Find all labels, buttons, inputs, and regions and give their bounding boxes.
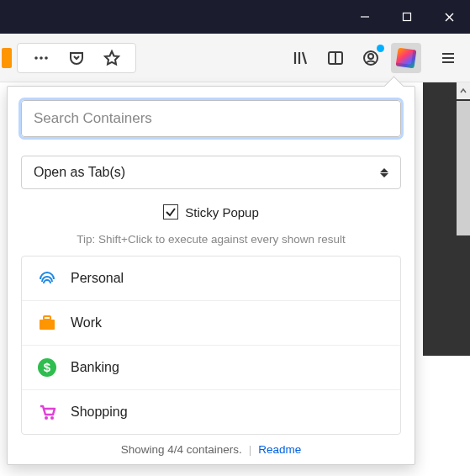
notification-dot-icon	[377, 45, 384, 52]
briefcase-icon	[37, 313, 57, 333]
svg-point-4	[34, 56, 38, 60]
select-arrows-icon	[380, 168, 388, 177]
svg-point-14	[368, 54, 373, 59]
window-close-button[interactable]	[428, 0, 470, 34]
open-mode-label: Open as Tab(s)	[34, 165, 125, 180]
chevron-up-icon	[459, 87, 467, 95]
library-button[interactable]	[285, 43, 315, 73]
svg-point-6	[45, 56, 48, 60]
account-button[interactable]	[356, 43, 386, 73]
maximize-icon	[402, 12, 412, 22]
readme-link[interactable]: Readme	[258, 443, 301, 456]
container-item-work[interactable]: Work	[22, 301, 400, 346]
app-menu-button[interactable]	[433, 43, 463, 73]
sticky-popup-row: Sticky Popup	[21, 204, 401, 219]
overflow-menu-button[interactable]	[26, 43, 56, 73]
container-indicator-icon	[2, 48, 12, 68]
fingerprint-icon	[37, 268, 57, 288]
container-label: Banking	[71, 360, 119, 375]
scrollbar-thumb[interactable]	[457, 101, 470, 235]
container-label: Shopping	[71, 405, 128, 420]
containers-extension-button[interactable]	[391, 43, 421, 73]
minimize-icon	[360, 12, 370, 22]
pocket-button[interactable]	[61, 43, 92, 73]
cart-icon	[37, 402, 57, 422]
browser-toolbar	[0, 34, 470, 82]
footer-separator: |	[249, 443, 252, 456]
svg-point-23	[50, 416, 54, 420]
window-minimize-button[interactable]	[344, 0, 386, 34]
container-item-banking[interactable]: $ Banking	[22, 346, 400, 390]
footer-status: Showing 4/4 containers.	[121, 443, 242, 456]
svg-rect-18	[40, 320, 55, 330]
urlbar-actions	[17, 43, 136, 73]
container-label: Personal	[71, 271, 124, 286]
svg-line-10	[303, 52, 306, 64]
reader-view-button[interactable]	[320, 43, 351, 73]
sticky-popup-label: Sticky Popup	[185, 205, 259, 219]
scrollbar-up-button[interactable]	[457, 82, 470, 99]
checkmark-icon	[165, 206, 177, 218]
container-list: Personal Work $ Banking Shopping	[21, 256, 401, 435]
tip-text: Tip: Shift+Click to execute against ever…	[21, 233, 401, 246]
containers-popup: Open as Tab(s) Sticky Popup Tip: Shift+C…	[7, 86, 415, 465]
sticky-popup-checkbox[interactable]	[163, 204, 178, 219]
library-icon	[291, 49, 309, 67]
reader-view-icon	[326, 49, 345, 67]
svg-point-22	[45, 416, 48, 420]
window-titlebar	[0, 0, 470, 34]
svg-rect-19	[44, 316, 50, 320]
bookmark-star-icon	[103, 49, 121, 67]
container-label: Work	[71, 315, 102, 331]
container-item-shopping[interactable]: Shopping	[22, 390, 400, 434]
svg-text:$: $	[44, 360, 51, 374]
window-maximize-button[interactable]	[386, 0, 428, 34]
bookmark-button[interactable]	[97, 43, 127, 73]
container-item-personal[interactable]: Personal	[22, 257, 400, 301]
svg-rect-1	[404, 13, 411, 21]
open-mode-select[interactable]: Open as Tab(s)	[21, 156, 401, 189]
svg-marker-7	[105, 51, 119, 65]
svg-point-5	[40, 56, 43, 60]
dollar-icon: $	[37, 357, 57, 378]
close-icon	[444, 12, 455, 23]
popup-footer: Showing 4/4 containers. | Readme	[21, 443, 401, 456]
search-input[interactable]	[21, 100, 401, 137]
overflow-menu-icon	[33, 50, 50, 66]
hamburger-menu-icon	[440, 50, 457, 66]
pocket-icon	[67, 49, 86, 67]
containers-extension-icon	[396, 47, 417, 68]
